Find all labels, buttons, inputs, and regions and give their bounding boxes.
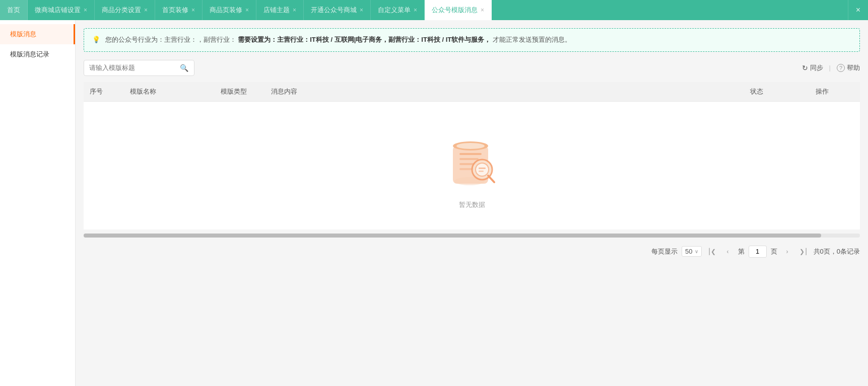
help-button[interactable]: ? 帮助: [837, 63, 860, 72]
sidebar: 模版消息 模版消息记录: [0, 20, 76, 386]
nav-tab-product-cat-label: 商品分类设置: [102, 6, 141, 15]
sync-icon: ↻: [802, 64, 808, 72]
svg-line-10: [488, 176, 494, 182]
last-page-button[interactable]: ❯⎮: [797, 246, 810, 258]
notice-suffix: 才能正常发送预置的消息。: [493, 36, 571, 43]
svg-point-3: [456, 143, 485, 149]
toolbar: 🔍 ↻ 同步 | ? 帮助: [84, 60, 860, 76]
nav-tab-open-mall[interactable]: 开通公众号商城 ×: [304, 0, 371, 20]
help-label: 帮助: [847, 63, 860, 72]
current-page-input[interactable]: [749, 246, 767, 258]
svg-rect-4: [459, 153, 482, 155]
svg-rect-11: [479, 168, 486, 169]
col-header-action: 操作: [810, 82, 860, 102]
nav-tab-custom-menu[interactable]: 自定义菜单 ×: [371, 0, 425, 20]
sync-button[interactable]: ↻ 同步: [802, 63, 823, 72]
nav-tab-template-msg-label: 公众号模版消息: [432, 6, 478, 15]
notice-highlight: 需要设置为：主营行业：IT科技 / 互联网|电子商务，副营行业：IT科技 / I…: [238, 36, 491, 43]
col-header-status: 状态: [744, 82, 810, 102]
nav-tab-home[interactable]: 首页: [0, 0, 28, 20]
toolbar-right: ↻ 同步 | ? 帮助: [802, 63, 860, 72]
sidebar-item-template-record-label: 模版消息记录: [10, 50, 49, 59]
close-open-mall-icon[interactable]: ×: [360, 7, 363, 14]
notice-banner: 💡 您的公众号行业为：主营行业：，副营行业： 需要设置为：主营行业：IT科技 /…: [84, 28, 860, 52]
nav-tab-product-deco-label: 商品页装修: [210, 6, 242, 15]
notice-bulb-icon: 💡: [92, 36, 100, 43]
close-custom-menu-icon[interactable]: ×: [414, 7, 417, 14]
sidebar-item-template-msg[interactable]: 模版消息: [0, 24, 75, 44]
nav-tab-home-deco[interactable]: 首页装修 ×: [155, 0, 203, 20]
notice-prefix: 您的公众号行业为：主营行业：，副营行业：: [105, 36, 236, 43]
data-table: 序号 模版名称 模版类型 消息内容 状态 操作: [84, 82, 860, 229]
scrollbar-thumb[interactable]: [84, 234, 821, 238]
pagination: 每页显示 50 ∨ ⎮❮ ‹ 第 页 › ❯⎮ 共0页，0条记录: [84, 242, 860, 262]
content-area: 💡 您的公众号行业为：主营行业：，副营行业： 需要设置为：主营行业：IT科技 /…: [76, 20, 868, 386]
page-total: 共0页，0条记录: [814, 247, 860, 256]
nav-tab-home-deco-label: 首页装修: [162, 6, 188, 15]
close-template-msg-icon[interactable]: ×: [481, 7, 484, 14]
close-micro-shop-icon[interactable]: ×: [84, 7, 87, 14]
search-icon[interactable]: 🔍: [180, 64, 188, 72]
col-header-name: 模版名称: [124, 82, 215, 102]
nav-tab-micro-shop-label: 微商城店铺设置: [35, 6, 81, 15]
nav-tab-home-label: 首页: [7, 6, 20, 15]
svg-point-9: [476, 163, 489, 176]
nav-tab-open-mall-label: 开通公众号商城: [311, 6, 357, 15]
close-product-deco-icon[interactable]: ×: [245, 7, 249, 14]
first-page-button[interactable]: ⎮❮: [706, 246, 718, 258]
page-size-chevron-icon: ∨: [695, 249, 698, 254]
col-header-content: 消息内容: [265, 82, 744, 102]
page-size-select[interactable]: 50 ∨: [682, 246, 701, 257]
svg-rect-12: [479, 171, 484, 172]
sync-label: 同步: [810, 63, 823, 72]
empty-text: 暂无数据: [459, 200, 485, 209]
nav-tab-shop-theme[interactable]: 店铺主题 ×: [256, 0, 304, 20]
svg-rect-5: [459, 158, 479, 160]
nav-tab-product-cat[interactable]: 商品分类设置 ×: [95, 0, 155, 20]
horizontal-scrollbar[interactable]: [84, 234, 860, 238]
main-layout: 模版消息 模版消息记录 💡 您的公众号行业为：主营行业：，副营行业： 需要设置为…: [0, 20, 868, 386]
prev-page-button[interactable]: ‹: [722, 246, 734, 258]
help-icon: ?: [837, 64, 845, 72]
nav-tab-template-msg[interactable]: 公众号模版消息 ×: [425, 0, 492, 20]
global-close-button[interactable]: ×: [848, 0, 868, 20]
close-shop-theme-icon[interactable]: ×: [293, 7, 296, 14]
col-header-seq: 序号: [84, 82, 124, 102]
empty-illustration: [442, 132, 502, 192]
page-size-value: 50: [685, 248, 692, 255]
toolbar-divider: |: [829, 64, 831, 71]
search-box[interactable]: 🔍: [84, 60, 194, 76]
close-home-deco-icon[interactable]: ×: [191, 7, 195, 14]
empty-state: 暂无数据: [84, 102, 860, 229]
table-header-row: 序号 模版名称 模版类型 消息内容 状态 操作: [84, 82, 860, 102]
nav-tab-shop-theme-label: 店铺主题: [263, 6, 290, 15]
search-input[interactable]: [89, 64, 180, 71]
page-size-label: 每页显示: [651, 247, 678, 256]
nav-tab-micro-shop[interactable]: 微商城店铺设置 ×: [28, 0, 95, 20]
sidebar-item-template-msg-label: 模版消息: [10, 30, 36, 39]
page-label-post: 页: [771, 247, 777, 256]
col-header-type: 模版类型: [215, 82, 265, 102]
close-product-cat-icon[interactable]: ×: [144, 7, 148, 14]
sidebar-item-template-record[interactable]: 模版消息记录: [0, 44, 75, 64]
top-nav: 首页 微商城店铺设置 × 商品分类设置 × 首页装修 × 商品页装修 × 店铺主…: [0, 0, 868, 20]
next-page-button[interactable]: ›: [781, 246, 793, 258]
nav-tab-product-deco[interactable]: 商品页装修 ×: [203, 0, 256, 20]
nav-tab-custom-menu-label: 自定义菜单: [378, 6, 411, 15]
page-label-pre: 第: [738, 247, 745, 256]
